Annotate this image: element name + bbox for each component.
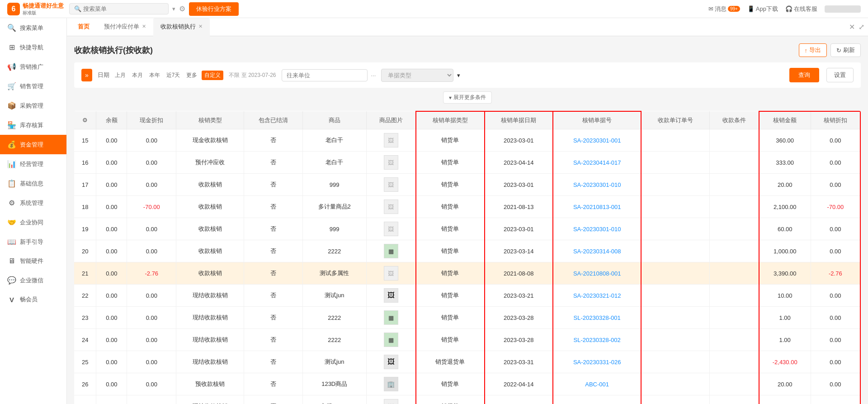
row-balance: 0.00 bbox=[96, 307, 127, 329]
refresh-button[interactable]: ↻ 刷新 bbox=[830, 43, 861, 57]
row-settled: 否 bbox=[244, 351, 302, 373]
bill-type-select[interactable]: 单据类型 bbox=[381, 69, 453, 82]
date-custom[interactable]: 自定义 bbox=[202, 71, 223, 80]
export-button[interactable]: ↑ 导出 bbox=[799, 43, 827, 57]
sidebar-item-wechat[interactable]: 💬 企业微信 bbox=[0, 271, 66, 290]
bill-no-link[interactable]: SA-20210808-001 bbox=[573, 270, 621, 277]
tab-collection-close[interactable]: ✕ bbox=[198, 24, 203, 29]
dropdown-icon[interactable]: ▾ bbox=[172, 5, 175, 12]
sidebar-item-marketing[interactable]: 📢 营销推广 bbox=[0, 57, 66, 76]
row-cash-discount: 0.00 bbox=[127, 395, 176, 404]
sidebar-item-operations[interactable]: 📊 经营管理 bbox=[0, 154, 66, 174]
sidebar-item-finance[interactable]: 💰 资金管理 bbox=[0, 135, 66, 154]
search-input[interactable] bbox=[83, 5, 156, 12]
bill-no-link[interactable]: SA-20230414-017 bbox=[573, 159, 621, 166]
message-icon: ✉ bbox=[708, 5, 713, 12]
expand-more-btn[interactable]: ▾ 展开更多条件 bbox=[443, 91, 492, 104]
tab-prepay-close[interactable]: ✕ bbox=[142, 24, 146, 29]
settings-button[interactable]: 设置 bbox=[826, 68, 854, 82]
search-box[interactable]: 🔍 bbox=[69, 3, 169, 14]
bill-no-link[interactable]: SA-20210813-001 bbox=[573, 204, 621, 210]
bill-no-link[interactable]: ABC-001 bbox=[585, 381, 609, 388]
table-row: 220.000.00现结收款核销否测试jun🖼销货单2023-03-21SA-2… bbox=[74, 285, 860, 307]
row-write-off-discount: 0.00 bbox=[811, 174, 860, 196]
sidebar-item-member[interactable]: V 畅会员 bbox=[0, 290, 66, 309]
row-receipt-condition bbox=[709, 218, 759, 240]
row-receipt-condition bbox=[709, 174, 759, 196]
row-number: 24 bbox=[74, 329, 96, 351]
th-goods-img: 商品图片 bbox=[366, 111, 416, 129]
bill-no-link[interactable]: SA-20230301-010 bbox=[573, 181, 621, 188]
date-more[interactable]: 更多 bbox=[184, 71, 199, 80]
main-area: 首页 预付冲应付单 ✕ 收款核销执行 ✕ ✕ ⤢ 收款核销执行(按收款) bbox=[67, 18, 868, 404]
row-bill-type: 销货单 bbox=[416, 329, 485, 351]
bill-no-link[interactable]: SA-20230331-026 bbox=[573, 359, 621, 366]
gear-icon[interactable]: ⚙ bbox=[179, 5, 185, 13]
row-receipt-order bbox=[641, 307, 709, 329]
th-gear[interactable]: ⚙ bbox=[74, 111, 96, 129]
sidebar-item-purchase[interactable]: 📦 采购管理 bbox=[0, 96, 66, 115]
app-download-label: App下载 bbox=[756, 5, 778, 13]
goods-image: ▦ bbox=[384, 333, 398, 347]
bill-no-link[interactable]: SA-20230314-008 bbox=[573, 248, 621, 255]
member-icon: V bbox=[7, 296, 16, 304]
sidebar-item-hardware[interactable]: 🖥 智能硬件 bbox=[0, 252, 66, 271]
row-number: 20 bbox=[74, 240, 96, 262]
tab-prepay-label: 预付冲应付单 bbox=[104, 23, 139, 31]
table-row: 260.000.00预收款核销否123D商品🏢销货单2022-04-14ABC-… bbox=[74, 373, 860, 395]
filter-partner-section: ··· bbox=[282, 69, 376, 81]
message-btn[interactable]: ✉ 消息 99+ bbox=[708, 5, 740, 13]
bill-no-link[interactable]: SA-20230321-012 bbox=[573, 292, 621, 299]
sidebar-item-system[interactable]: ⚙ 系统管理 bbox=[0, 193, 66, 213]
tab-home[interactable]: 首页 bbox=[71, 18, 97, 36]
date-range-text: 不限 至 2023-07-26 bbox=[229, 71, 276, 79]
row-balance: 0.00 bbox=[96, 373, 127, 395]
row-receipt-condition bbox=[709, 351, 759, 373]
row-settled: 否 bbox=[244, 152, 302, 174]
row-bill-type: 销货单 bbox=[416, 174, 485, 196]
row-write-off-amount: 60.00 bbox=[759, 218, 811, 240]
row-receipt-condition bbox=[709, 129, 759, 152]
date-this-year[interactable]: 本年 bbox=[147, 71, 162, 80]
row-number: 25 bbox=[74, 351, 96, 373]
bill-no-link[interactable]: SA-20230301-001 bbox=[573, 137, 621, 144]
goods-img-cell: 🖼 bbox=[366, 262, 416, 285]
date-this-month[interactable]: 本月 bbox=[130, 71, 145, 80]
row-balance: 0.00 bbox=[96, 262, 127, 285]
sidebar-item-search[interactable]: 🔍 搜索菜单 bbox=[0, 18, 66, 38]
bill-no-link[interactable]: SA-20230301-010 bbox=[573, 226, 621, 233]
date-prev-month[interactable]: 上月 bbox=[113, 71, 127, 80]
row-receipt-order bbox=[641, 395, 709, 404]
app-download-btn[interactable]: 📱 App下载 bbox=[747, 5, 778, 13]
date-last-7days[interactable]: 近7天 bbox=[165, 71, 182, 80]
online-service-btn[interactable]: 🎧 在线客服 bbox=[785, 5, 817, 13]
tab-close-all-icon[interactable]: ✕ bbox=[849, 23, 855, 31]
sidebar-item-basic[interactable]: 📋 基础信息 bbox=[0, 174, 66, 193]
row-cash-discount: 0.00 bbox=[127, 307, 176, 329]
row-settled: 否 bbox=[244, 174, 302, 196]
tab-expand-icon[interactable]: ⤢ bbox=[859, 23, 864, 31]
goods-image: 🖼 bbox=[384, 155, 398, 170]
row-goods: 测试jun bbox=[302, 351, 366, 373]
row-bill-type: 销货单 bbox=[416, 152, 485, 174]
top-bar: 6 畅捷通谱好生意 标准版 🔍 ▾ ⚙ 休验行业方案 ✉ 消息 99+ 📱 Ap… bbox=[0, 0, 868, 18]
solution-button[interactable]: 休验行业方案 bbox=[189, 2, 239, 16]
row-bill-type: 销货单 bbox=[416, 307, 485, 329]
sidebar-item-guide[interactable]: 📖 新手引导 bbox=[0, 232, 66, 252]
sidebar-item-label-basic: 基础信息 bbox=[20, 180, 43, 188]
sidebar-item-quicknav[interactable]: ⊞ 快捷导航 bbox=[0, 38, 66, 57]
bill-no-link[interactable]: SL-20230328-002 bbox=[574, 337, 621, 343]
sidebar-item-enterprise[interactable]: 🤝 企业协同 bbox=[0, 213, 66, 232]
table-row: 190.000.00收款核销否999🖼销货单2023-03-01SA-20230… bbox=[74, 218, 860, 240]
tab-collection[interactable]: 收款核销执行 ✕ bbox=[153, 18, 210, 36]
row-write-off-type: 收款核销 bbox=[176, 262, 244, 285]
tab-prepay[interactable]: 预付冲应付单 ✕ bbox=[97, 18, 153, 36]
sidebar-item-sales[interactable]: 🛒 销售管理 bbox=[0, 76, 66, 96]
query-button[interactable]: 查询 bbox=[789, 68, 819, 82]
row-write-off-discount: 0.00 bbox=[811, 285, 860, 307]
sidebar-item-label-enterprise: 企业协同 bbox=[20, 219, 43, 227]
bill-no-link[interactable]: SL-20230328-001 bbox=[574, 314, 621, 321]
partner-input[interactable] bbox=[282, 69, 368, 81]
arrow-button[interactable]: » bbox=[81, 69, 92, 81]
sidebar-item-inventory[interactable]: 🏪 库存核算 bbox=[0, 115, 66, 135]
